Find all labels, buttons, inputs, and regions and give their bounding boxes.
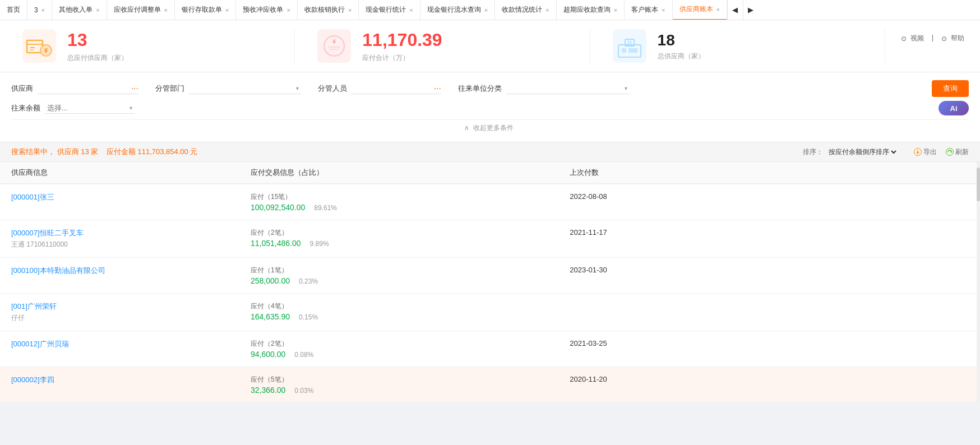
tx-row: 258,000.00 0.23%	[251, 275, 570, 285]
supplier-link[interactable]: [000100]本特勤油品有限公司	[11, 266, 105, 275]
export-button[interactable]: 导出	[914, 147, 937, 157]
refresh-button[interactable]: 刷新	[946, 147, 969, 157]
nav-tab-customer-ledger[interactable]: 客户账本 ×	[625, 0, 672, 20]
filter-item-balance: 往来余额 ▾	[11, 103, 135, 114]
nav-tab-other-income[interactable]: 其他收入单 ×	[52, 0, 107, 20]
close-icon[interactable]: ×	[286, 7, 290, 13]
tx-amount[interactable]: 164,635.90	[251, 312, 290, 321]
table-row: [000001]张三 应付（15笔） 100,092,540.00 89.61%…	[0, 184, 980, 220]
tx-amount[interactable]: 32,366.00	[251, 386, 285, 395]
supplier-sub: 王通 17106110000	[11, 240, 251, 249]
stat-label-total-suppliers: 总供应商（家）	[658, 52, 705, 61]
supplier-input[interactable]	[38, 83, 129, 94]
svg-text:¥: ¥	[332, 38, 336, 45]
nav-tab-cash-flow[interactable]: 现金银行流水查询 ×	[420, 0, 495, 20]
tx-row: 100,092,540.00 89.61%	[251, 202, 570, 212]
nav-tab-home[interactable]: 首页	[0, 0, 27, 20]
help-link[interactable]: ⊙帮助	[939, 34, 967, 43]
nav-next-arrow[interactable]: ▶	[743, 0, 759, 20]
close-icon[interactable]: ×	[484, 7, 488, 13]
close-icon[interactable]: ×	[225, 7, 229, 13]
supplier-link[interactable]: [000001]张三	[11, 193, 54, 201]
transaction-cell: 应付（2笔） 94,600.00 0.08%	[251, 339, 570, 359]
supplier-cell: [000007]恒旺二手叉车 王通 17106110000	[11, 228, 251, 249]
close-icon[interactable]: ×	[96, 7, 99, 13]
scroll-thumb[interactable]	[977, 168, 980, 201]
close-icon[interactable]: ×	[662, 7, 665, 13]
nav-tab-bank[interactable]: 银行存取款单 ×	[175, 0, 236, 20]
category-input[interactable]	[506, 83, 630, 94]
close-icon[interactable]: ×	[164, 7, 168, 13]
top-right-links: ⊙视频 | ⊙帮助	[885, 29, 980, 63]
transaction-cell: 应付（15笔） 100,092,540.00 89.61%	[251, 192, 570, 212]
supplier-name[interactable]: [001]广州荣轩	[11, 302, 251, 312]
video-link[interactable]: ⊙视频	[899, 34, 926, 43]
filter-row-1: 供应商 ··· 分管部门 ▾ 分管人员 ··· 往来单位分类	[11, 80, 969, 97]
ai-button[interactable]: Ai	[939, 101, 969, 115]
close-icon[interactable]: ×	[348, 7, 352, 13]
dept-input[interactable]	[189, 83, 301, 94]
svg-rect-15	[628, 48, 633, 53]
person-filter-label: 分管人员	[318, 84, 347, 94]
main-table-wrapper: 供应商信息 应付交易信息（占比） 上次付数 [000001]张三 应付（15笔）…	[0, 162, 980, 403]
nav-tab-overdue[interactable]: 超期应收款查询 ×	[557, 0, 625, 20]
supplier-name[interactable]: [000012]广州贝瑞	[11, 339, 251, 349]
tx-amount[interactable]: 258,000.00	[251, 276, 290, 285]
supplier-name[interactable]: [000002]李四	[11, 375, 251, 385]
supplier-link[interactable]: [001]广州荣轩	[11, 302, 57, 310]
nav-tab-verify[interactable]: 收款核销执行 ×	[298, 0, 359, 20]
search-button[interactable]: 查询	[932, 80, 969, 97]
filter-item-person: 分管人员 ···	[318, 83, 441, 94]
supplier-link[interactable]: [000002]李四	[11, 376, 54, 384]
supplier-link[interactable]: [000012]广州贝瑞	[11, 340, 69, 348]
nav-tab-3[interactable]: 3 ×	[27, 0, 52, 20]
stat-value-payable-suppliers: 13	[67, 29, 128, 50]
close-icon[interactable]: ×	[716, 6, 720, 13]
person-input[interactable]	[352, 83, 432, 94]
filter-row-2: 往来余额 ▾	[11, 103, 969, 114]
scrollbar[interactable]	[977, 162, 980, 403]
sort-select[interactable]: 按应付余额倒序排序 按应付余额正序排序	[826, 147, 898, 156]
tx-percent: 9.89%	[310, 240, 329, 248]
col-header-supplier: 供应商信息	[11, 168, 251, 178]
tx-percent: 0.23%	[299, 277, 318, 285]
nav-tab-cash-stats[interactable]: 现金银行统计 ×	[359, 0, 420, 20]
total-suppliers-icon	[613, 29, 646, 63]
supplier-cell: [000012]广州贝瑞	[11, 339, 251, 349]
tx-amount[interactable]: 11,051,486.00	[251, 239, 301, 248]
person-dots[interactable]: ···	[434, 84, 441, 94]
supplier-link[interactable]: [000007]恒旺二手叉车	[11, 229, 84, 237]
stat-label-payable-amount: 应付合计（万）	[362, 53, 442, 63]
table-row: [001]广州荣轩 仔仔 应付（4笔） 164,635.90 0.15%	[0, 294, 980, 331]
transaction-cell: 应付（1笔） 258,000.00 0.23%	[251, 266, 570, 285]
supplier-name[interactable]: [000001]张三	[11, 192, 251, 202]
filter-item-supplier: 供应商 ···	[11, 83, 138, 94]
stat-card-payable-amount: ¥ 11,170.39 应付合计（万）	[295, 29, 590, 63]
supplier-name[interactable]: [000007]恒旺二手叉车	[11, 228, 251, 238]
nav-tab-collection-stats[interactable]: 收款情况统计 ×	[495, 0, 556, 20]
tx-amount[interactable]: 94,600.00	[251, 350, 285, 359]
tx-label: 应付（4笔）	[251, 302, 570, 311]
tx-amount[interactable]: 100,092,540.00	[251, 203, 305, 212]
close-icon[interactable]: ×	[546, 7, 549, 13]
stat-info-payable-suppliers: 13 总应付供应商（家）	[67, 29, 128, 62]
separator: |	[932, 34, 933, 41]
balance-input[interactable]	[45, 103, 135, 113]
tx-percent: 0.08%	[294, 351, 313, 359]
close-icon[interactable]: ×	[41, 7, 45, 13]
close-icon[interactable]: ×	[614, 7, 617, 13]
nav-tab-prepay[interactable]: 预收冲应收单 ×	[236, 0, 297, 20]
nav-tab-adjustment[interactable]: 应收应付调整单 ×	[107, 0, 175, 20]
top-navigation: 首页 3 × 其他收入单 × 应收应付调整单 × 银行存取款单 × 预收冲应收单…	[0, 0, 980, 20]
close-icon[interactable]: ×	[409, 7, 413, 13]
supplier-dots[interactable]: ···	[131, 84, 138, 94]
supplier-name[interactable]: [000100]本特勤油品有限公司	[11, 266, 251, 276]
tx-row: 32,366.00 0.03%	[251, 384, 570, 395]
col-header-transaction: 应付交易信息（占比）	[251, 168, 570, 178]
tx-label: 应付（5笔）	[251, 375, 570, 384]
nav-tab-supplier-ledger[interactable]: 供应商账本 ×	[673, 0, 727, 20]
nav-prev-arrow[interactable]: ◀	[727, 0, 743, 20]
tx-label: 应付（2笔）	[251, 228, 570, 238]
collapse-bar[interactable]: ∧ 收起更多条件	[11, 119, 969, 136]
collapse-up-icon: ∧	[464, 124, 469, 132]
